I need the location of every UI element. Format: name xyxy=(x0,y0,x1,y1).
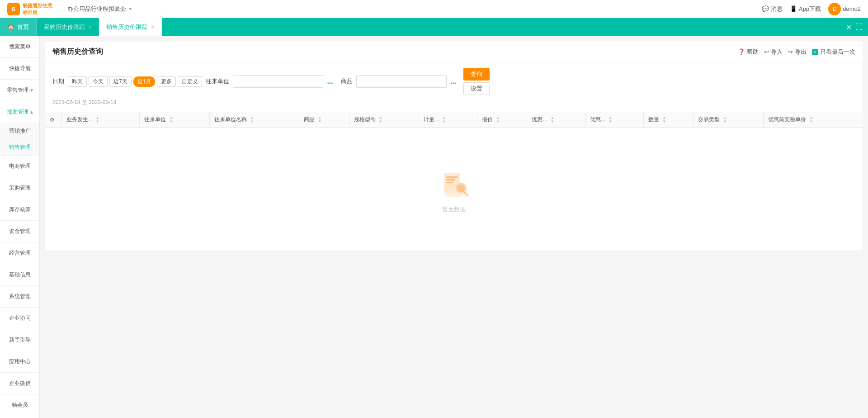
th-quote[interactable]: 报价 ▲▼ xyxy=(477,112,527,128)
settings-gear-icon[interactable]: ⚙ xyxy=(50,117,55,123)
home-icon: 🏠 xyxy=(7,24,14,31)
help-icon: ❓ xyxy=(738,48,745,55)
header-right: 💬 消息 📱 App下载 D demo2 xyxy=(762,3,861,15)
sidebar-item-retail-mgmt[interactable]: 零售管理 ▼ xyxy=(0,80,39,101)
sidebar-item-quick-nav[interactable]: 快捷导航 xyxy=(0,58,39,80)
sidebar-sub-item-sales-mgmt[interactable]: 销售管理 xyxy=(0,139,39,156)
sidebar: 搜索菜单 快捷导航 零售管理 ▼ 批发管理 ▲ 营销推广 销售管理 电商管理 采… xyxy=(0,36,40,418)
svg-line-7 xyxy=(464,192,467,195)
avatar: D xyxy=(828,3,841,15)
th-biz-date[interactable]: 业务发生... ▲▼ xyxy=(61,112,140,128)
th-unit[interactable]: 计量... ▲▼ xyxy=(419,112,477,128)
sort-from-unit-code-icon: ▲▼ xyxy=(170,116,173,124)
from-unit-input[interactable] xyxy=(233,75,323,88)
download-icon: 📱 xyxy=(790,5,797,12)
import-button[interactable]: ↩ 导入 xyxy=(764,48,783,56)
date-btn-more[interactable]: 更多 xyxy=(157,76,176,87)
message-button[interactable]: 💬 消息 xyxy=(762,5,783,13)
tab-sales-history[interactable]: 销售历史价跟踪 × xyxy=(99,18,161,36)
date-btn-yesterday[interactable]: 昨天 xyxy=(68,76,87,87)
product-filter: 商品 ... xyxy=(341,75,456,88)
table-header: ⚙ 业务发生... ▲▼ 往来单位 ▲▼ xyxy=(45,112,863,128)
filter-settings-button[interactable]: 设置 xyxy=(463,82,490,95)
th-spec[interactable]: 规格型号 ▲▼ xyxy=(349,112,419,128)
th-trade-type[interactable]: 交易类型 ▲▼ xyxy=(693,112,763,128)
sidebar-item-system[interactable]: 系统管理 xyxy=(0,286,39,308)
th-discount2[interactable]: 优惠... ▲▼ xyxy=(585,112,644,128)
filter-row-2: 2023-02-18 至 2023-03-18 xyxy=(52,99,490,106)
th-from-unit-code[interactable]: 往来单位 ▲▼ xyxy=(140,112,209,128)
th-settings[interactable]: ⚙ xyxy=(45,112,61,128)
sidebar-item-enterprise[interactable]: 企业协同 xyxy=(0,308,39,329)
empty-icon xyxy=(436,164,472,200)
retail-expand-icon: ▼ xyxy=(29,87,34,94)
sidebar-item-member[interactable]: 畅会员 xyxy=(0,394,39,416)
sidebar-item-basic-info[interactable]: 基础信息 xyxy=(0,264,39,286)
tab-bar-controls: ✕ ⛶ xyxy=(840,18,868,36)
quick-nav-label: 快捷导航 xyxy=(9,65,31,72)
page-header: 销售历史价查询 ❓ 帮助 ↩ 导入 ↪ 导出 xyxy=(45,42,863,62)
close-all-tabs-icon[interactable]: ✕ xyxy=(846,23,852,32)
user-menu[interactable]: D demo2 xyxy=(828,3,861,15)
date-btn-7days[interactable]: 近7天 xyxy=(109,76,132,87)
sidebar-item-app-center[interactable]: 应用中心 xyxy=(0,351,39,373)
close-purchase-tab-icon[interactable]: × xyxy=(89,24,91,30)
sidebar-item-inventory[interactable]: 库存核算 xyxy=(0,199,39,221)
page-header-actions: ❓ 帮助 ↩ 导入 ↪ 导出 ✓ 只看最后一次 xyxy=(738,48,855,56)
logo-icon: 6 xyxy=(7,3,20,15)
sidebar-item-newbie[interactable]: 新手引导 xyxy=(0,329,39,351)
workspace-chevron-icon: ▼ xyxy=(128,6,132,11)
sort-qty-icon: ▲▼ xyxy=(662,116,666,124)
date-range-display: 2023-02-18 至 2023-03-18 xyxy=(52,99,116,106)
page-content: 销售历史价查询 ❓ 帮助 ↩ 导入 ↪ 导出 xyxy=(40,36,868,418)
filter-row-1: 日期 昨天 今天 近7天 近1月 更多 自定义 往来单位 xyxy=(52,68,490,95)
app-download-button[interactable]: 📱 App下载 xyxy=(790,5,821,13)
th-from-unit-name[interactable]: 往来单位名称 ▲▼ xyxy=(209,112,299,128)
sidebar-item-corp-wechat[interactable]: 企业微信 xyxy=(0,373,39,394)
maximize-icon[interactable]: ⛶ xyxy=(855,23,863,31)
only-last-checkbox[interactable]: ✓ xyxy=(812,49,818,55)
sidebar-item-search-menu[interactable]: 搜索菜单 xyxy=(0,36,39,58)
wholesale-expand-icon: ▲ xyxy=(29,109,34,115)
product-picker-icon[interactable]: ... xyxy=(450,77,456,86)
message-icon: 💬 xyxy=(762,5,769,12)
sidebar-sub-item-marketing[interactable]: 营销推广 xyxy=(0,123,39,139)
tab-home[interactable]: 🏠 首页 xyxy=(0,18,37,36)
search-menu-label: 搜索菜单 xyxy=(9,43,31,51)
date-filter-buttons: 昨天 今天 近7天 近1月 更多 自定义 xyxy=(68,76,202,87)
date-btn-custom[interactable]: 自定义 xyxy=(178,76,202,87)
page-card: 销售历史价查询 ❓ 帮助 ↩ 导入 ↪ 导出 xyxy=(45,42,863,250)
empty-text: 暂无数据 xyxy=(442,205,466,214)
th-pretax-price[interactable]: 优惠前无税单价 ▲▼ xyxy=(763,112,863,128)
from-unit-picker-icon[interactable]: ... xyxy=(327,77,333,86)
from-unit-label: 往来单位 xyxy=(206,77,229,86)
import-icon: ↩ xyxy=(764,48,769,55)
workspace-selector[interactable]: 办公用品行业模拟账套 ▼ xyxy=(67,5,132,13)
th-product[interactable]: 商品 ▲▼ xyxy=(299,112,349,128)
from-unit-filter: 往来单位 ... xyxy=(206,75,333,88)
sidebar-item-purchase[interactable]: 采购管理 xyxy=(0,177,39,199)
th-qty[interactable]: 数量 ▲▼ xyxy=(643,112,693,128)
close-sales-tab-icon[interactable]: × xyxy=(151,24,154,30)
top-header: 6 畅捷通好生意 标准版 办公用品行业模拟账套 ▼ 💬 消息 📱 App下载 D… xyxy=(0,0,868,18)
header-divider xyxy=(60,5,60,14)
help-button[interactable]: ❓ 帮助 xyxy=(738,48,759,56)
only-last-checkbox-label[interactable]: ✓ 只看最后一次 xyxy=(812,48,855,56)
th-discount1[interactable]: 优惠... ▲▼ xyxy=(527,112,585,128)
table-container: ⚙ 业务发生... ▲▼ 往来单位 ▲▼ xyxy=(45,112,863,250)
product-input[interactable] xyxy=(356,75,447,88)
date-btn-1month[interactable]: 近1月 xyxy=(133,76,156,87)
export-button[interactable]: ↪ 导出 xyxy=(788,48,807,56)
content-area: 销售历史价查询 ❓ 帮助 ↩ 导入 ↪ 导出 xyxy=(40,36,868,418)
sidebar-item-wholesale-mgmt[interactable]: 批发管理 ▲ xyxy=(0,101,39,123)
sidebar-item-operations[interactable]: 经营管理 xyxy=(0,242,39,264)
sort-unit-icon: ▲▼ xyxy=(442,116,446,124)
search-button[interactable]: 查询 xyxy=(463,68,490,81)
tab-purchase-history[interactable]: 采购历史价跟踪 × xyxy=(37,18,99,36)
sidebar-item-ecommerce[interactable]: 电商管理 xyxy=(0,156,39,177)
sidebar-item-finance[interactable]: 资金管理 xyxy=(0,221,39,242)
sort-biz-date-icon: ▲▼ xyxy=(96,116,99,124)
sort-pretax-price-icon: ▲▼ xyxy=(809,116,813,124)
date-btn-today[interactable]: 今天 xyxy=(89,76,108,87)
export-icon: ↪ xyxy=(788,48,793,55)
